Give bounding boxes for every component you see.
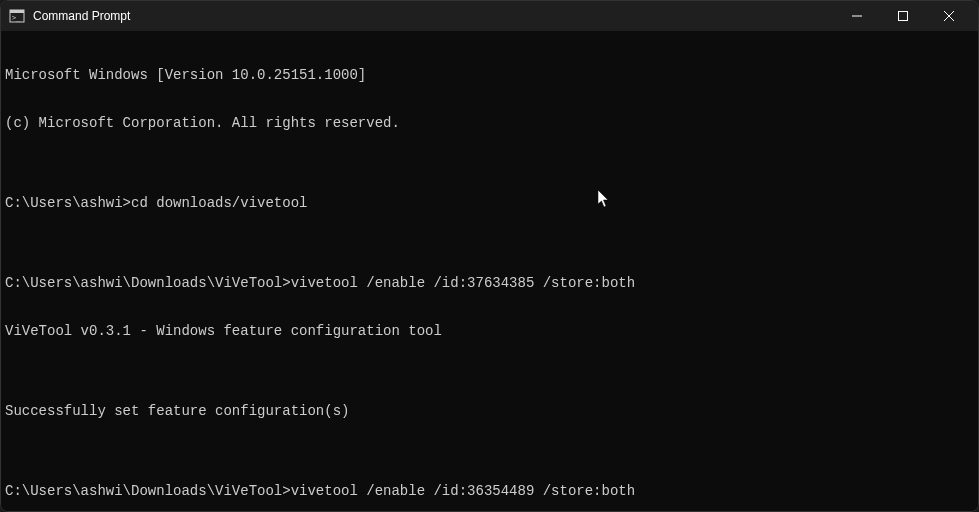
maximize-button[interactable] [880,1,926,31]
terminal-line: Microsoft Windows [Version 10.0.25151.10… [5,67,974,83]
terminal-line: (c) Microsoft Corporation. All rights re… [5,115,974,131]
window-controls [834,1,972,31]
svg-text:>_: >_ [12,14,21,22]
terminal-output[interactable]: Microsoft Windows [Version 10.0.25151.10… [1,31,978,511]
terminal-line: C:\Users\ashwi>cd downloads/vivetool [5,195,974,211]
command-prompt-window: >_ Command Prompt Microsoft Windows [Ver… [0,0,979,512]
terminal-line: Successfully set feature configuration(s… [5,403,974,419]
window-title: Command Prompt [33,9,834,23]
titlebar[interactable]: >_ Command Prompt [1,1,978,31]
terminal-line: C:\Users\ashwi\Downloads\ViVeTool>viveto… [5,483,974,499]
svg-rect-4 [899,12,908,21]
svg-rect-1 [10,10,24,13]
close-button[interactable] [926,1,972,31]
terminal-line: C:\Users\ashwi\Downloads\ViVeTool>viveto… [5,275,974,291]
command-prompt-icon: >_ [9,8,25,24]
minimize-button[interactable] [834,1,880,31]
terminal-line: ViVeTool v0.3.1 - Windows feature config… [5,323,974,339]
